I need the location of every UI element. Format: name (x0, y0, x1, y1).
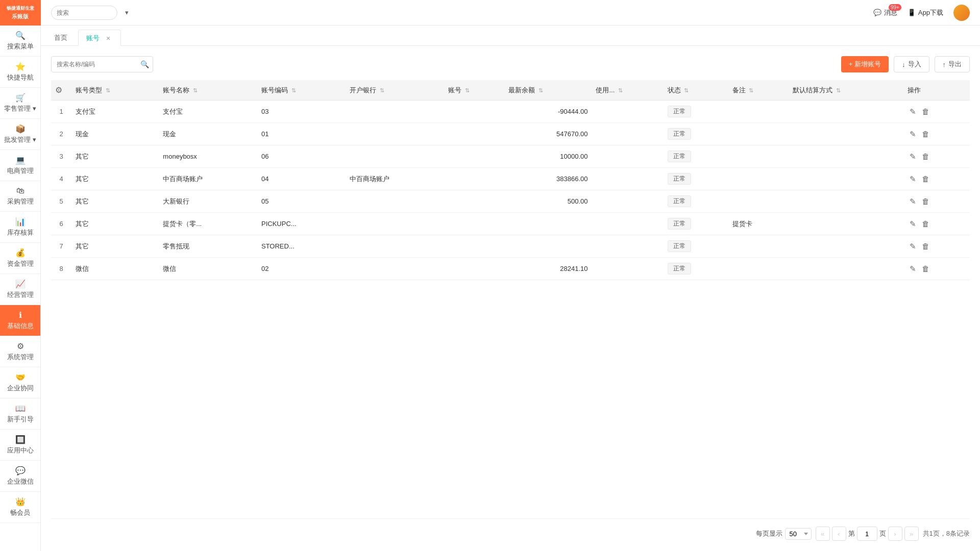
sidebar-item-基础信息[interactable]: ℹ基础信息 (0, 305, 40, 336)
col-status[interactable]: 状态 ⇅ (664, 80, 728, 101)
sidebar-icon: 💰 (15, 248, 26, 258)
edit-btn[interactable]: ✎ (908, 151, 918, 162)
cell-code: 05 (257, 190, 346, 213)
sidebar-icon: 💻 (15, 155, 26, 165)
sidebar-item-系统管理[interactable]: ⚙系统管理 (0, 336, 40, 367)
next-page-btn[interactable]: › (888, 527, 902, 541)
cell-settle (789, 258, 903, 280)
header-right: 💬 消息 99+ 📱 App下载 (873, 5, 970, 21)
col-name[interactable]: 账号名称 ⇅ (159, 80, 257, 101)
col-usage[interactable]: 使用... ⇅ (592, 80, 663, 101)
message-btn[interactable]: 💬 消息 99+ (873, 8, 897, 17)
delete-btn[interactable]: 🗑 (920, 263, 932, 274)
sidebar-item-资金管理[interactable]: 💰资金管理 (0, 243, 40, 274)
sidebar-item-搜索菜单[interactable]: 🔍搜索菜单 (0, 26, 40, 57)
edit-btn[interactable]: ✎ (908, 196, 918, 207)
tab-账号[interactable]: 账号× (78, 30, 121, 46)
sidebar-icon: 🛍 (16, 186, 24, 195)
col-account[interactable]: 账号 ⇅ (444, 80, 504, 101)
sidebar-item-电商管理[interactable]: 💻电商管理 (0, 150, 40, 181)
tab-首页[interactable]: 首页 (46, 29, 76, 45)
cell-remark (728, 190, 789, 213)
first-page-btn[interactable]: « (816, 527, 830, 541)
cell-status: 正常 (664, 258, 728, 280)
cell-action: ✎ 🗑 (903, 101, 970, 123)
table-row: 5 其它 大新银行 05 500.00 正常 ✎ 🗑 (51, 190, 970, 213)
col-type[interactable]: 账号类型 ⇅ (71, 80, 159, 101)
sidebar-item-应用中心[interactable]: 🔲应用中心 (0, 430, 40, 461)
delete-btn[interactable]: 🗑 (920, 218, 932, 229)
sidebar-item-畅会员[interactable]: 👑畅会员 (0, 492, 40, 523)
cell-name: moneybosx (159, 145, 257, 168)
sidebar-item-采购管理[interactable]: 🛍采购管理 (0, 181, 40, 212)
dropdown-btn[interactable]: ▾ (125, 9, 129, 16)
delete-btn[interactable]: 🗑 (920, 106, 932, 117)
cell-type: 现金 (71, 123, 159, 145)
cell-remark (728, 258, 789, 280)
cell-settle (789, 235, 903, 258)
sidebar-item-经营管理[interactable]: 📈经营管理 (0, 274, 40, 305)
status-badge: 正常 (668, 263, 691, 274)
page-input[interactable] (857, 527, 877, 541)
go-page-label: 页 (879, 529, 886, 538)
cell-usage (592, 145, 663, 168)
cell-bank (346, 213, 444, 235)
cell-status: 正常 (664, 213, 728, 235)
user-avatar[interactable] (953, 5, 970, 21)
cell-name: 大新银行 (159, 190, 257, 213)
sidebar-item-库存核算[interactable]: 📊库存核算 (0, 212, 40, 243)
tab-bar: 首页账号× (41, 26, 980, 46)
col-bank[interactable]: 开户银行 ⇅ (346, 80, 444, 101)
toolbar: 🔍 + 新增账号 ↓ 导入 ↑ 导出 (51, 56, 970, 72)
cell-status: 正常 (664, 168, 728, 190)
cell-status: 正常 (664, 190, 728, 213)
cell-type: 支付宝 (71, 101, 159, 123)
cell-code: 04 (257, 168, 346, 190)
top-search-input[interactable] (51, 6, 117, 20)
delete-btn[interactable]: 🗑 (920, 173, 932, 184)
tab-close-btn[interactable]: × (104, 34, 113, 42)
last-page-btn[interactable]: » (904, 527, 919, 541)
col-remark[interactable]: 备注 ⇅ (728, 80, 789, 101)
page-size-select[interactable]: 102050100 (785, 528, 812, 540)
sidebar-item-批发管理[interactable]: 📦批发管理 ▾ (0, 119, 40, 150)
col-balance[interactable]: 最新余额 ⇅ (504, 80, 592, 101)
account-search-input[interactable] (51, 56, 153, 72)
sidebar-icon: ⭐ (15, 62, 26, 71)
col-code[interactable]: 账号编码 ⇅ (257, 80, 346, 101)
sidebar-item-企业微信[interactable]: 💬企业微信 (0, 461, 40, 492)
delete-btn[interactable]: 🗑 (920, 129, 932, 139)
sidebar-item-快捷导航[interactable]: ⭐快捷导航 (0, 57, 40, 88)
table-row: 2 现金 现金 01 547670.00 正常 ✎ 🗑 (51, 123, 970, 145)
edit-btn[interactable]: ✎ (908, 263, 918, 274)
edit-btn[interactable]: ✎ (908, 173, 918, 185)
col-settle[interactable]: 默认结算方式 ⇅ (789, 80, 903, 101)
edit-btn[interactable]: ✎ (908, 129, 918, 140)
cell-balance: 28241.10 (504, 258, 592, 280)
sidebar-item-企业协同[interactable]: 🤝企业协同 (0, 367, 40, 398)
edit-btn[interactable]: ✎ (908, 241, 918, 252)
cell-type: 其它 (71, 190, 159, 213)
edit-btn[interactable]: ✎ (908, 218, 918, 230)
sidebar-icon: 👑 (15, 497, 26, 507)
sidebar-icon: 🤝 (15, 372, 26, 382)
search-icon[interactable]: 🔍 (140, 60, 149, 68)
sidebar-item-新手引导[interactable]: 📖新手引导 (0, 398, 40, 430)
prev-page-btn[interactable]: ‹ (832, 527, 846, 541)
add-account-btn[interactable]: + 新增账号 (841, 56, 889, 72)
cell-name: 零售抵现 (159, 235, 257, 258)
delete-btn[interactable]: 🗑 (920, 151, 932, 162)
cell-type: 其它 (71, 145, 159, 168)
export-btn[interactable]: ↑ 导出 (935, 56, 970, 72)
row-num: 5 (51, 190, 71, 213)
col-settings[interactable]: ⚙ (51, 80, 71, 101)
cell-usage (592, 190, 663, 213)
delete-btn[interactable]: 🗑 (920, 241, 932, 252)
delete-btn[interactable]: 🗑 (920, 196, 932, 207)
import-btn[interactable]: ↓ 导入 (894, 56, 929, 72)
sidebar-item-零售管理[interactable]: 🛒零售管理 ▾ (0, 88, 40, 119)
edit-btn[interactable]: ✎ (908, 106, 918, 117)
status-badge: 正常 (668, 218, 691, 230)
app-download-btn[interactable]: 📱 App下载 (908, 8, 943, 17)
sidebar-label: 系统管理 (7, 353, 34, 362)
